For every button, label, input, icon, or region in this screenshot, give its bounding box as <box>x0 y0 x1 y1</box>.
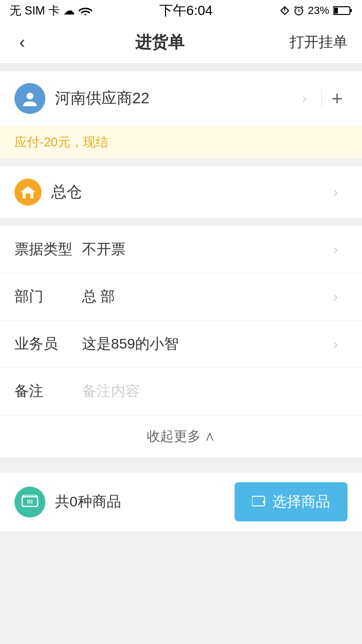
label-salesperson: 业务员 <box>14 334 72 354</box>
alarm-icon <box>293 5 304 16</box>
wifi-icon <box>79 6 92 15</box>
label-invoice-type: 票据类型 <box>14 239 72 259</box>
salesperson-chevron-icon: › <box>334 336 338 352</box>
supplier-chevron-icon: › <box>302 91 306 106</box>
section-gap-4 <box>0 457 362 465</box>
page-title: 进货单 <box>135 31 184 54</box>
battery-label: 23% <box>308 4 329 17</box>
status-left: 无 SIM 卡 ☁ <box>10 3 92 18</box>
select-product-button[interactable]: 选择商品 <box>235 482 348 521</box>
product-icon <box>14 487 45 518</box>
collapse-row[interactable]: 收起更多 ∧ <box>0 415 362 457</box>
house-icon <box>20 185 36 199</box>
value-salesperson: 这是859的小智 <box>82 334 334 354</box>
status-bar: 无 SIM 卡 ☁ 下午6:04 23% <box>0 0 362 21</box>
vertical-divider <box>321 89 322 108</box>
collapse-button[interactable]: 收起更多 ∧ <box>147 427 216 446</box>
form-section: 票据类型 不开票 › 部门 总 部 › 业务员 这是859的小智 › 备注 备注… <box>0 226 362 457</box>
page-rest <box>0 531 362 644</box>
warehouse-name: 总仓 <box>51 182 334 203</box>
bottom-bar: 共0种商品 选择商品 <box>0 473 362 531</box>
notice-text: 应付-20元，现结 <box>14 135 108 149</box>
svg-point-4 <box>27 93 33 99</box>
svg-rect-3 <box>334 8 338 14</box>
form-row-invoice-type[interactable]: 票据类型 不开票 › <box>0 226 362 273</box>
svg-rect-5 <box>26 194 30 198</box>
cart-icon <box>21 495 39 509</box>
open-pending-button[interactable]: 打开挂单 <box>290 32 348 52</box>
value-invoice-type: 不开票 <box>82 239 334 259</box>
supplier-section: 河南供应商22 › + 应付-20元，现结 <box>0 71 362 158</box>
person-icon <box>21 90 39 107</box>
product-count-label: 共0种商品 <box>55 492 235 512</box>
select-btn-label: 选择商品 <box>272 492 330 512</box>
form-row-remark[interactable]: 备注 备注内容 <box>0 368 362 415</box>
sim-label: 无 SIM 卡 ☁ <box>10 3 75 18</box>
status-right: 23% <box>280 4 352 17</box>
back-button[interactable]: ‹ <box>14 28 30 57</box>
supplier-row[interactable]: 河南供应商22 › + <box>0 71 362 126</box>
label-department: 部门 <box>14 287 72 307</box>
nav-bar: ‹ 进货单 打开挂单 <box>0 21 362 64</box>
section-gap-1 <box>0 64 362 71</box>
department-chevron-icon: › <box>334 289 338 305</box>
select-icon <box>252 495 267 509</box>
svg-rect-7 <box>252 496 265 506</box>
warehouse-section[interactable]: 总仓 › <box>0 166 362 218</box>
notice-bar: 应付-20元，现结 <box>0 126 362 158</box>
add-button[interactable]: + <box>327 88 348 110</box>
svg-rect-2 <box>350 9 352 12</box>
battery-icon <box>333 6 352 15</box>
invoice-type-chevron-icon: › <box>334 242 338 257</box>
form-row-salesperson[interactable]: 业务员 这是859的小智 › <box>0 321 362 368</box>
value-department: 总 部 <box>82 287 334 307</box>
warehouse-row[interactable]: 总仓 › <box>0 166 362 218</box>
value-remark-placeholder: 备注内容 <box>82 381 348 401</box>
label-remark: 备注 <box>14 381 72 401</box>
supplier-name: 河南供应商22 <box>55 88 302 109</box>
status-time: 下午6:04 <box>159 1 213 20</box>
warehouse-icon <box>14 179 42 206</box>
section-gap-3 <box>0 218 362 226</box>
section-gap-2 <box>0 158 362 166</box>
supplier-avatar <box>14 83 45 114</box>
form-row-department[interactable]: 部门 总 部 › <box>0 273 362 321</box>
warehouse-chevron-icon: › <box>334 184 338 200</box>
location-icon <box>280 6 290 15</box>
